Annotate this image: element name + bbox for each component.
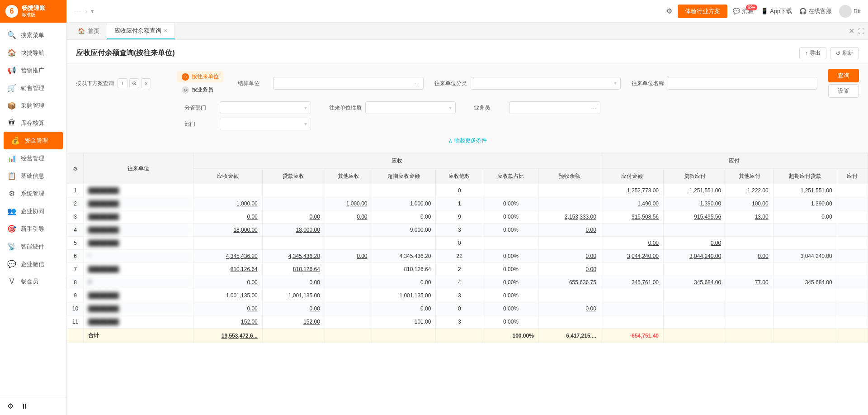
table-cell[interactable]: 152.00 [193, 315, 262, 329]
th-settings[interactable]: ⚙ [67, 153, 84, 184]
tab-close-icon[interactable]: × [164, 28, 167, 34]
user-menu[interactable]: Rit [839, 5, 861, 18]
table-cell[interactable]: 0.00 [325, 210, 372, 224]
table-cell[interactable]: 1,001,135.00 [193, 289, 262, 302]
sidebar-icon: 👥 [7, 207, 16, 215]
dept-input[interactable]: ▾ [220, 101, 311, 114]
footer-ar-amount[interactable]: 19,553,472.6... [193, 329, 262, 343]
table-cell[interactable]: 0.00 [601, 237, 663, 250]
sidebar-item-新手引导[interactable]: 🎯 新手引导 [0, 220, 66, 238]
service-btn[interactable]: 🎧 在线客服 [799, 7, 832, 15]
window-expand-icon[interactable]: ⛶ [858, 28, 864, 35]
table-cell[interactable]: 0.00 [262, 302, 325, 315]
filter-collapse-btn[interactable]: ∧ 收起更多条件 [76, 134, 859, 147]
sidebar-item-畅会员[interactable]: V 畅会员 [0, 273, 66, 290]
sidebar-item-基础信息[interactable]: 📋 基础信息 [0, 167, 66, 185]
sidebar-item-资金管理[interactable]: 💰 资金管理 [4, 132, 63, 149]
partner-type-input[interactable]: ▾ [471, 77, 620, 90]
logo-icon: 6 [5, 5, 18, 18]
table-cell[interactable]: 1,222.00 [726, 184, 774, 197]
table-cell[interactable]: 4,345,436.20 [262, 250, 325, 263]
filter-fields-row1: 结算单位 ··· 往来单位分类 ▾ 往来单位名称 [238, 77, 817, 90]
footer-ap-loan [664, 329, 726, 343]
sidebar-item-采购管理[interactable]: 📦 采购管理 [0, 97, 66, 114]
table-cell[interactable]: 1,252,773.00 [601, 184, 663, 197]
scheme-edit-btn[interactable]: ⊙ [129, 78, 139, 88]
table-cell[interactable]: 152.00 [262, 315, 325, 329]
table-cell[interactable]: 0.00 [325, 250, 372, 263]
table-cell[interactable]: 810,126.64 [193, 263, 262, 276]
table-cell[interactable]: 18,000.00 [262, 224, 325, 237]
table-cell[interactable]: 0.00 [726, 250, 774, 263]
table-cell[interactable]: 18,000.00 [193, 224, 262, 237]
tab-home[interactable]: 🏠 首页 [71, 24, 107, 39]
sidebar-item-营销推广[interactable]: 📢 营销推广 [0, 62, 66, 79]
sidebar-item-销售管理[interactable]: 🛒 销售管理 [0, 79, 66, 97]
filter-row-3: 部门 ▾ [184, 118, 859, 130]
table-cell[interactable]: 0.00 [538, 224, 601, 237]
download-btn[interactable]: 📱 App下载 [761, 7, 792, 15]
table-cell[interactable]: 1,000.00 [325, 197, 372, 210]
settlement-input[interactable]: ··· [273, 77, 424, 90]
table-cell: 0.00% [483, 289, 539, 302]
table-cell[interactable]: 0.00 [538, 250, 601, 263]
message-btn[interactable]: 💬 消息 99+ [733, 7, 754, 15]
scheme-add-btn[interactable]: + [118, 78, 127, 88]
table-row: 9████████1,001,135.001,001,135.001,001,1… [67, 289, 868, 302]
sidebar-item-搜索菜单[interactable]: 🔍 搜索菜单 [0, 26, 66, 44]
table-cell[interactable]: 0.00 [538, 302, 601, 315]
table-cell[interactable]: 77.00 [726, 276, 774, 289]
table-cell[interactable]: 1,251,551.00 [664, 184, 726, 197]
partner-nature-input[interactable]: ▾ [365, 101, 456, 114]
trial-btn[interactable]: 体验行业方案 [678, 5, 727, 18]
table-cell[interactable]: 3,044,240.00 [664, 250, 726, 263]
table-cell[interactable]: 100.00 [726, 197, 774, 210]
table-cell[interactable]: 345,684.00 [664, 276, 726, 289]
filter-option-partner[interactable]: ⊙ 按往来单位 [177, 71, 223, 82]
table-cell[interactable]: 345,761.00 [601, 276, 663, 289]
table-cell[interactable]: 1,001,135.00 [262, 289, 325, 302]
table-cell[interactable]: 1,000.00 [193, 197, 262, 210]
subdept-input[interactable]: ▾ [220, 118, 311, 130]
table-cell[interactable]: 0.00 [262, 210, 325, 224]
sidebar-item-经营管理[interactable]: 📊 经营管理 [0, 149, 66, 167]
breadcrumb-chevron[interactable]: ▾ [91, 8, 94, 14]
sidebar-footer[interactable]: ⚙ ⏸ [0, 397, 66, 415]
table-cell[interactable]: 655,636.75 [538, 276, 601, 289]
sidebar-item-企业协同[interactable]: 👥 企业协同 [0, 202, 66, 220]
settings-icon[interactable]: ⚙ [666, 7, 672, 15]
collapse-icon[interactable]: ⏸ [21, 402, 28, 410]
sidebar-item-库存核算[interactable]: 🏛 库存核算 [0, 114, 66, 132]
table-cell[interactable]: 4,345,436.20 [193, 250, 262, 263]
tab-ar-query[interactable]: 应收应付余额查询 × [107, 23, 175, 39]
scheme-collapse-btn[interactable]: « [141, 78, 151, 88]
table-cell[interactable]: 0.00 [664, 237, 726, 250]
table-cell[interactable]: 3,044,240.00 [601, 250, 663, 263]
refresh-button[interactable]: ↺ 刷新 [830, 47, 859, 59]
table-cell[interactable]: 0.00 [193, 302, 262, 315]
table-cell[interactable]: 0.00 [193, 276, 262, 289]
sidebar-item-企业微信[interactable]: 💬 企业微信 [0, 255, 66, 273]
filter-option-salesman[interactable]: ⊙ 按业务员 [177, 84, 223, 95]
partner-name-input[interactable] [668, 77, 817, 90]
setting-button[interactable]: 设置 [828, 84, 859, 98]
window-close-icon[interactable]: ✕ [849, 27, 854, 35]
sidebar-item-智能硬件[interactable]: 📡 智能硬件 [0, 238, 66, 255]
table-cell[interactable]: 13.00 [726, 210, 774, 224]
table-cell[interactable]: 915,495.56 [664, 210, 726, 224]
query-button[interactable]: 查询 [828, 69, 859, 82]
table-cell[interactable]: 0.00 [193, 210, 262, 224]
table-cell[interactable]: 915,508.56 [601, 210, 663, 224]
table-cell [601, 289, 663, 302]
table-cell[interactable]: 2,153,333.00 [538, 210, 601, 224]
sidebar-item-系统管理[interactable]: ⚙ 系统管理 [0, 185, 66, 202]
salesman-input[interactable]: ··· [509, 101, 600, 114]
table-cell[interactable]: 810,126.64 [262, 263, 325, 276]
export-button[interactable]: ↑ 导出 [799, 47, 826, 59]
table-cell[interactable]: 0.00 [538, 263, 601, 276]
gear-icon[interactable]: ⚙ [7, 402, 14, 410]
table-cell[interactable]: 0.00 [262, 276, 325, 289]
table-cell[interactable]: 1,390.00 [664, 197, 726, 210]
sidebar-item-快捷导航[interactable]: 🏠 快捷导航 [0, 44, 66, 62]
table-cell[interactable]: 1,490.00 [601, 197, 663, 210]
